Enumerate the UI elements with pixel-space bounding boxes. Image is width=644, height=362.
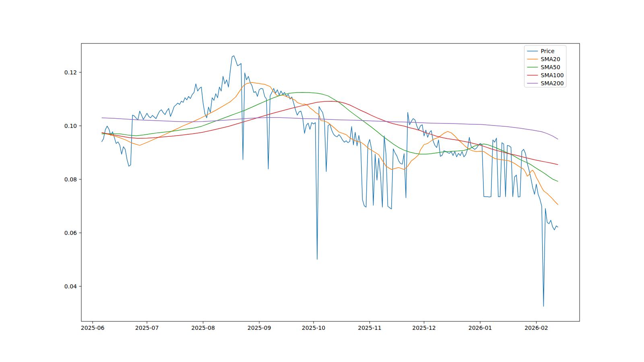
x-tick-label: 2025-07 [135,325,159,331]
legend-label-price: Price [541,48,555,54]
price-sma-line-chart: 2025-062025-072025-082025-092025-102025-… [0,0,644,362]
x-tick-label: 2025-08 [191,325,215,331]
price-line [102,56,558,306]
x-tick-label: 2026-02 [524,325,548,331]
x-tick-label: 2025-06 [81,325,105,331]
legend-label-sma200: SMA200 [541,80,564,86]
sma200-line [102,117,558,139]
x-tick-label: 2025-10 [302,325,326,331]
axis-ticks-layer: 2025-062025-072025-082025-092025-102025-… [64,69,548,331]
y-tick-label: 0.04 [64,283,77,290]
x-tick-label: 2025-12 [412,325,436,331]
y-tick-label: 0.06 [64,230,77,236]
y-tick-label: 0.10 [64,123,77,129]
y-tick-label: 0.12 [64,69,77,76]
legend-label-sma100: SMA100 [541,72,564,78]
chart-figure: 2025-062025-072025-082025-092025-102025-… [0,0,644,362]
legend-label-sma20: SMA20 [541,56,560,62]
sma20-line [102,82,558,205]
y-tick-label: 0.08 [64,176,77,183]
sma50-line [102,93,558,181]
data-series-layer [102,56,558,306]
x-tick-label: 2025-09 [248,325,271,331]
legend-layer: PriceSMA20SMA50SMA100SMA200 [524,45,567,87]
x-tick-label: 2025-11 [358,325,382,331]
x-tick-label: 2026-01 [469,325,492,331]
legend-label-sma50: SMA50 [541,64,560,70]
